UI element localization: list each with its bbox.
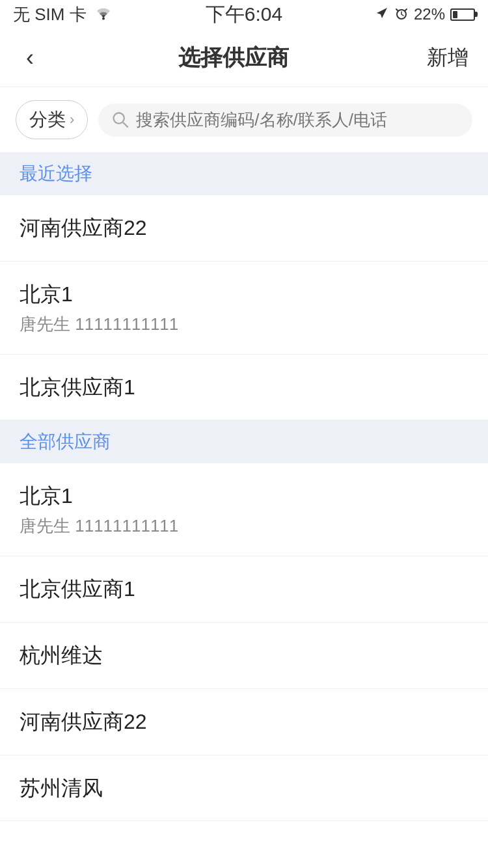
list-item[interactable]: 杭州维达: [0, 623, 488, 689]
list-item[interactable]: 北京供应商1: [0, 355, 488, 421]
status-left: 无 SIM 卡: [13, 3, 114, 26]
item-name: 北京供应商1: [20, 373, 468, 402]
category-button[interactable]: 分类 ›: [16, 100, 88, 139]
category-label: 分类: [29, 107, 66, 132]
status-bar: 无 SIM 卡 下午6:04 22%: [0, 0, 488, 29]
item-name: 河南供应商22: [20, 707, 468, 737]
search-icon: [111, 111, 129, 129]
item-name: 杭州维达: [20, 641, 468, 670]
add-button[interactable]: 新增: [427, 44, 468, 72]
nav-bar: ‹ 选择供应商 新增: [0, 29, 488, 87]
list-item[interactable]: 苏州清风: [0, 755, 488, 822]
list-item[interactable]: 北京供应商1: [0, 556, 488, 623]
chevron-right-icon: ›: [70, 111, 74, 128]
search-box: [98, 103, 472, 137]
status-time: 下午6:04: [206, 1, 282, 28]
list-item[interactable]: 河南供应商22: [0, 689, 488, 755]
all-section-label: 全部供应商: [20, 431, 111, 452]
recent-section-label: 最近选择: [20, 163, 92, 183]
svg-point-2: [114, 113, 124, 124]
svg-point-0: [102, 17, 105, 20]
item-name: 苏州清风: [20, 774, 468, 803]
item-sub: 唐先生 11111111111: [20, 515, 468, 537]
all-section-header: 全部供应商: [0, 420, 488, 463]
item-name: 北京1: [20, 481, 468, 511]
wifi-icon: [93, 5, 114, 25]
list-item[interactable]: 北京1唐先生 11111111111: [0, 463, 488, 556]
status-right: 22%: [375, 5, 475, 25]
search-input[interactable]: [136, 110, 459, 130]
recent-section-header: 最近选择: [0, 152, 488, 195]
battery-icon: [450, 8, 475, 21]
item-sub: 唐先生 11111111111: [20, 313, 468, 336]
svg-line-3: [123, 122, 128, 128]
back-button[interactable]: ‹: [20, 38, 40, 78]
list-item[interactable]: 北京1唐先生 11111111111: [0, 262, 488, 355]
recent-items-list: 河南供应商22北京1唐先生 11111111111北京供应商1: [0, 195, 488, 420]
sim-label: 无 SIM 卡: [13, 3, 87, 26]
item-name: 北京供应商1: [20, 575, 468, 604]
alarm-icon: [394, 5, 409, 25]
list-item[interactable]: 河南供应商22: [0, 195, 488, 262]
page-title: 选择供应商: [178, 43, 289, 73]
location-icon: [375, 5, 389, 25]
item-name: 北京1: [20, 280, 468, 309]
battery-percent: 22%: [414, 5, 445, 23]
all-items-list: 北京1唐先生 11111111111北京供应商1杭州维达河南供应商22苏州清风: [0, 463, 488, 821]
filter-bar: 分类 ›: [0, 87, 488, 152]
item-name: 河南供应商22: [20, 213, 468, 243]
